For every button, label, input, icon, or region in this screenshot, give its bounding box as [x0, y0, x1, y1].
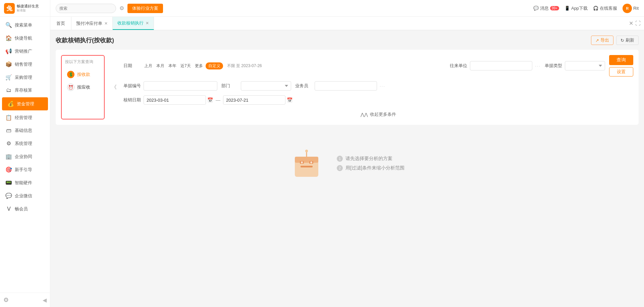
filter-option-by-receipt[interactable]: 💲 按收款 [65, 68, 101, 81]
sidebar-item-sales[interactable]: 📦 销售管理 [0, 58, 50, 71]
collapse-more-icon: ⋀⋀ [361, 112, 368, 117]
purchase-icon: 🛒 [5, 74, 12, 81]
date-tab-this-month[interactable]: 本月 [155, 62, 166, 69]
sidebar-item-member[interactable]: Ⅴ 畅会员 [0, 202, 50, 215]
svg-point-8 [305, 150, 308, 152]
empty-illustration [290, 145, 327, 182]
doc-type-field: 单据类型 [545, 61, 605, 70]
sidebar-item-marketing[interactable]: 📢 营销推广 [0, 45, 50, 58]
user-item[interactable]: R Rit [623, 4, 639, 13]
tab-receipt-offset[interactable]: 收款核销执行 ✕ [113, 17, 154, 30]
dept-select[interactable] [241, 81, 291, 91]
sidebar-item-wechat-biz[interactable]: 💬 企业微信 [0, 189, 50, 202]
industry-btn[interactable]: 体验行业方案 [127, 4, 163, 13]
search-input[interactable] [56, 4, 116, 13]
staff-input[interactable] [315, 81, 377, 91]
tab-home[interactable]: 首页 [50, 17, 71, 30]
partner-input[interactable] [470, 61, 532, 70]
hint-num-2: 2 [337, 165, 343, 171]
smart-hw-icon: 📟 [5, 180, 12, 186]
operations-icon: 📋 [5, 114, 12, 121]
gear-icon[interactable]: ⚙ [119, 5, 124, 11]
filter-option-receivable-label: 按应收 [77, 84, 90, 90]
member-icon: Ⅴ [5, 206, 12, 212]
sidebar-item-operations[interactable]: 📋 经营管理 [0, 111, 50, 124]
svg-rect-4 [301, 166, 313, 167]
sidebar-item-label: 销售管理 [15, 61, 32, 67]
tab-expand-btn[interactable]: ⛶ [635, 20, 641, 27]
partner-dots[interactable]: ··· [535, 63, 541, 68]
sidebar-collapse-icon[interactable]: ◀ [43, 297, 47, 303]
page-header-actions: ↗ 导出 ↻ 刷新 [591, 36, 639, 45]
query-btn[interactable]: 查询 [609, 55, 633, 65]
tab-receipt-close-icon[interactable]: ✕ [146, 21, 149, 25]
topbar-right: 💬 消息 99+ 📱 App下载 🎧 在线客服 R Rit [533, 4, 639, 13]
filter-row-3: 核销日期 📅 — 📅 [123, 95, 633, 105]
service-item[interactable]: 🎧 在线客服 [593, 5, 617, 11]
collapse-more-btn[interactable]: ⋀⋀ 收起更多条件 [123, 109, 633, 119]
tabbar: 首页 预付冲应付单 ✕ 收款核销执行 ✕ ✕ ⛶ [50, 17, 644, 30]
doc-type-label: 单据类型 [545, 63, 562, 69]
empty-state: 1 请先选择要分析的方案 2 用[过滤]条件来缩小分析范围 [56, 125, 639, 202]
search-icon: 🔍 [5, 22, 12, 28]
app-download-item[interactable]: 📱 App下载 [565, 5, 588, 11]
sidebar-item-finance[interactable]: 💰 资金管理 [2, 97, 48, 110]
tab-prepay-close-icon[interactable]: ✕ [104, 21, 108, 26]
date-tab-7days[interactable]: 近7天 [179, 62, 192, 69]
message-label: 消息 [540, 5, 549, 11]
sidebar-item-search-menu[interactable]: 🔍 搜索菜单 [0, 18, 50, 32]
date-tab-prev-month[interactable]: 上月 [143, 62, 154, 69]
empty-hint-2: 2 用[过滤]条件来缩小分析范围 [337, 165, 405, 171]
sidebar-item-label: 企业微信 [15, 193, 32, 199]
hint-num-1: 1 [337, 156, 343, 162]
sales-icon: 📦 [5, 61, 12, 67]
sidebar-item-label: 畅会员 [15, 206, 28, 212]
logo-icon: 兔 [4, 3, 15, 14]
logo-sub: 标准版 [17, 8, 39, 13]
sidebar-item-sys-mgmt[interactable]: ⚙ 系统管理 [0, 137, 50, 150]
offset-date-end-icon[interactable]: 📅 [287, 97, 292, 103]
date-tab-custom[interactable]: 自定义 [206, 62, 223, 69]
sidebar-item-inventory[interactable]: 🗂 库存核算 [0, 84, 50, 97]
main-content: ⚙ 体验行业方案 💬 消息 99+ 📱 App下载 🎧 在线客服 R Rit [50, 0, 644, 307]
filter-row-1: 日期 上月 本月 本年 近7天 更多 自定义 不限 至 2023-07-26 [123, 55, 633, 76]
doc-type-select[interactable] [565, 61, 605, 70]
offset-date-end-input[interactable] [223, 95, 285, 105]
svg-rect-1 [295, 157, 318, 163]
message-item[interactable]: 💬 消息 99+ [533, 5, 559, 11]
date-tab-more[interactable]: 更多 [194, 62, 204, 69]
sidebar-item-label: 营销推广 [15, 48, 32, 54]
doc-num-input[interactable] [144, 81, 217, 91]
staff-dots[interactable]: ··· [380, 84, 385, 89]
filter-collapse-btn[interactable]: 《 [110, 55, 118, 119]
sidebar-item-label: 经营管理 [15, 115, 32, 121]
basic-info-icon: 🗃 [5, 127, 12, 134]
sidebar-settings-icon[interactable]: ⚙ [3, 296, 9, 304]
date-dash: — [216, 97, 220, 103]
message-badge: 99+ [550, 6, 559, 10]
offset-date-start-icon[interactable]: 📅 [207, 97, 213, 103]
date-tab-this-year[interactable]: 本年 [167, 62, 178, 69]
export-btn[interactable]: ↗ 导出 [591, 36, 613, 45]
tab-close-all-btn[interactable]: ✕ [629, 20, 633, 27]
sidebar-item-enterprise[interactable]: 🏢 企业协同 [0, 150, 50, 163]
sidebar-item-newbie[interactable]: 🎯 新手引导 [0, 163, 50, 176]
filter-sidebar-title: 按以下方案查询 [65, 59, 101, 65]
filter-option-by-receivable[interactable]: ⏰ 按应收 [65, 81, 101, 94]
tab-prepay-offset[interactable]: 预付冲应付单 ✕ [71, 17, 113, 30]
marketing-icon: 📢 [5, 48, 12, 54]
sidebar-item-label: 资金管理 [17, 101, 34, 107]
offset-date-label: 核销日期 [123, 97, 141, 103]
settings-btn[interactable]: 设置 [609, 67, 633, 76]
sidebar-item-purchase[interactable]: 🛒 采购管理 [0, 71, 50, 84]
sidebar-item-smart-hw[interactable]: 📟 智能硬件 [0, 176, 50, 189]
message-icon: 💬 [533, 6, 539, 11]
sidebar-item-label: 智能硬件 [15, 180, 32, 186]
refresh-btn[interactable]: ↻ 刷新 [616, 36, 639, 45]
sidebar-item-label: 库存核算 [15, 87, 32, 93]
offset-date-start-input[interactable] [144, 95, 206, 105]
sidebar-item-basic-info[interactable]: 🗃 基础信息 [0, 124, 50, 137]
filter-row-2: 单据编号 部门 业务员 ··· [123, 81, 633, 91]
date-label: 日期 [123, 63, 140, 69]
sidebar-item-quick-nav[interactable]: 🏠 快捷导航 [0, 32, 50, 45]
